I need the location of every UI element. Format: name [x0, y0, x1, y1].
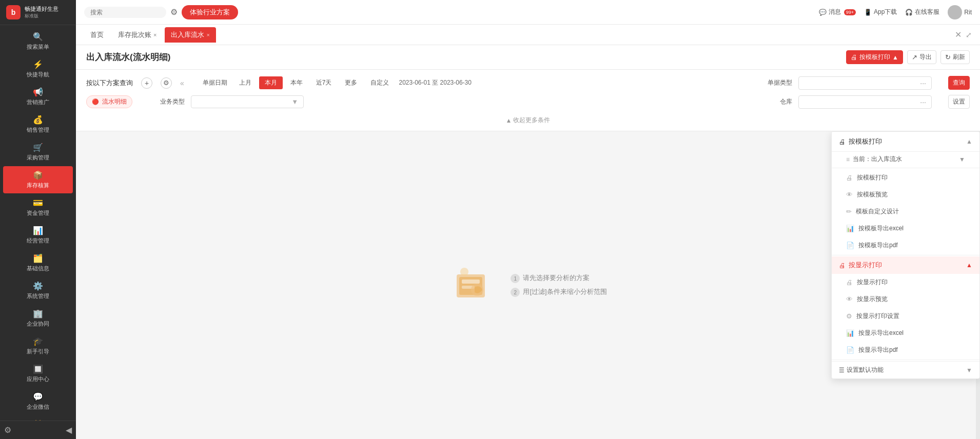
tabs-close-all-icon[interactable]: ✕: [955, 30, 962, 39]
dropdown-item-template-preview[interactable]: 👁 按模板预览: [832, 186, 979, 203]
gear-icon[interactable]: ⚙: [170, 7, 178, 17]
sidebar-item-enterprise[interactable]: 🏢 企业协同: [3, 305, 73, 332]
sidebar-item-quick-nav[interactable]: ⚡ 快捷导航: [3, 55, 73, 83]
warehouse-select[interactable]: ···: [798, 95, 932, 109]
sidebar-item-vip[interactable]: 👑 畅会员: [3, 415, 73, 421]
inventory-icon: 📦: [33, 170, 43, 180]
filter-add-button[interactable]: +: [141, 77, 152, 89]
template-print-button[interactable]: 🖨 按模板打印 ▲: [846, 50, 903, 64]
sidebar-item-guide[interactable]: 🎓 新手引导: [3, 332, 73, 360]
template-preview-item-label: 按模板预览: [857, 190, 888, 199]
sidebar-item-search[interactable]: 🔍 搜索菜单: [3, 28, 73, 55]
empty-state: 1 请先选择要分析的方案 2 用[过滤]条件来缩小分析范围: [511, 273, 606, 297]
print-icon-header: 🖨: [839, 138, 846, 146]
app-download-button[interactable]: 📱 App下载: [864, 8, 897, 16]
collapse-icon[interactable]: ◀: [66, 425, 72, 435]
export-button[interactable]: ↗ 导出: [907, 50, 936, 64]
design-icon: ✏: [846, 208, 852, 215]
filter-settings-button[interactable]: ⚙: [161, 77, 172, 89]
tab-flow-detail-close[interactable]: ×: [206, 32, 209, 38]
topbar-search-wrap[interactable]: [84, 7, 166, 18]
export-icon: ↗: [912, 53, 917, 61]
sidebar-item-finance[interactable]: 💳 资金管理: [3, 194, 73, 221]
chevron-up-small-icon: ▲: [506, 117, 512, 124]
current-icon: ≡: [846, 156, 850, 163]
date-tag-last-month[interactable]: 上月: [233, 76, 257, 89]
tab-home-label: 首页: [90, 30, 104, 39]
trial-button[interactable]: 体验行业方案: [182, 5, 238, 19]
display-section-header[interactable]: 🖨 按显示打印 ▲: [832, 256, 979, 274]
set-default-button[interactable]: ☰ 设置默认功能: [839, 366, 884, 374]
dropdown-item-template-export-pdf[interactable]: 📄 按模板导出pdf: [832, 237, 979, 254]
sidebar-item-label: 营销推广: [27, 98, 49, 106]
date-tag-custom[interactable]: 自定义: [365, 76, 395, 89]
date-controls: 上月 本月 本年 近7天 更多 自定义 2023-06-01 至 2023-06…: [233, 76, 472, 89]
date-tag-more[interactable]: 更多: [339, 76, 363, 89]
footer-chevron-icon[interactable]: ▼: [966, 367, 972, 374]
export-label: 导出: [919, 53, 932, 62]
display-section-title: 🖨 按显示打印: [839, 261, 882, 270]
display-print-icon: 🖨: [839, 262, 846, 269]
message-button[interactable]: 💬 消息 99+: [819, 8, 856, 16]
sidebar-item-apps[interactable]: 🔲 应用中心: [3, 360, 73, 387]
sidebar-item-basic[interactable]: 🗂️ 基础信息: [3, 249, 73, 276]
sidebar-item-marketing[interactable]: 📢 营销推广: [3, 83, 73, 110]
sidebar-item-purchase[interactable]: 🛒 采购管理: [3, 138, 73, 166]
filter-main-label: 按以下方案查询: [86, 78, 133, 88]
topbar-left: ⚙ 体验行业方案: [84, 5, 813, 19]
tabs-expand-icon[interactable]: ⤢: [966, 31, 972, 39]
hint-num-1: 1: [511, 274, 520, 283]
doc-type-select[interactable]: ···: [798, 76, 932, 90]
dropdown-item-template-custom[interactable]: ✏ 模板自定义设计: [832, 203, 979, 220]
date-tag-current-year[interactable]: 本年: [285, 76, 308, 89]
sidebar-item-label: 库存核算: [27, 182, 49, 189]
tab-batch-account[interactable]: 库存批次账 ×: [112, 27, 163, 43]
tab-home[interactable]: 首页: [84, 27, 110, 43]
query-button[interactable]: 查询: [948, 76, 970, 90]
printer-icon-2: 🖨: [846, 278, 853, 286]
business-type-select[interactable]: ▼: [191, 95, 304, 108]
sidebar: b 畅捷通好生意 标准版 🔍 搜索菜单 ⚡ 快捷导航 📢 营销推广 💰 销售管理…: [0, 0, 76, 439]
dropdown-item-display-export-pdf[interactable]: 📄 按显示导出pdf: [832, 342, 979, 358]
dropdown-item-display-export-excel[interactable]: 📊 按显示导出excel: [832, 325, 979, 342]
customer-service-label: 在线客服: [915, 8, 939, 16]
set-default-label: 设置默认功能: [847, 366, 884, 374]
sidebar-item-operations[interactable]: 📊 经营管理: [3, 222, 73, 249]
topbar: ⚙ 体验行业方案 💬 消息 99+ 📱 App下载 🎧 在线客服 Rit: [76, 0, 980, 25]
refresh-icon: ↻: [945, 53, 951, 61]
search-input[interactable]: [90, 9, 152, 16]
tab-batch-account-close[interactable]: ×: [153, 32, 156, 38]
dropdown-collapse-icon[interactable]: ▲: [966, 138, 972, 145]
template-print-label: 按模板打印: [859, 53, 890, 62]
tab-flow-detail[interactable]: 出入库流水 ×: [165, 27, 215, 43]
dropdown-item-display-preview[interactable]: 👁 按显示预览: [832, 291, 979, 308]
user-avatar-area[interactable]: Rit: [948, 5, 972, 19]
sidebar-item-label: 企业微信: [27, 403, 49, 411]
active-filter-tag: 🔴 流水明细: [86, 95, 132, 108]
sidebar-item-wechat[interactable]: 💬 企业微信: [3, 388, 73, 415]
tab-flow-detail-label: 出入库流水: [171, 30, 204, 39]
refresh-button[interactable]: ↻ 刷新: [940, 50, 970, 64]
message-badge: 99+: [844, 9, 856, 15]
default-icon: ☰: [839, 367, 845, 374]
printer-icon-1: 🖨: [846, 174, 853, 182]
customer-service-button[interactable]: 🎧 在线客服: [905, 8, 939, 16]
dropdown-item-template-print[interactable]: 🖨 按模板打印: [832, 169, 979, 186]
sidebar-item-label: 企业协同: [27, 320, 49, 328]
settings-icon[interactable]: ⚙: [4, 425, 11, 435]
date-tag-current-month[interactable]: 本月: [259, 76, 283, 89]
settings-button[interactable]: 设置: [948, 95, 970, 109]
sidebar-item-system[interactable]: ⚙️ 系统管理: [3, 277, 73, 304]
date-tag-last-7-days[interactable]: 近7天: [310, 76, 338, 89]
sidebar-item-inventory[interactable]: 📦 库存核算: [3, 166, 73, 193]
sidebar-nav: 🔍 搜索菜单 ⚡ 快捷导航 📢 营销推广 💰 销售管理 🛒 采购管理 📦 库存核…: [0, 25, 76, 421]
dropdown-item-template-export-excel[interactable]: 📊 按模板导出excel: [832, 220, 979, 237]
dropdown-item-display-print-settings[interactable]: ⚙ 按显示打印设置: [832, 308, 979, 325]
display-print-label: 按显示打印: [857, 278, 888, 287]
collapse-button[interactable]: ▲ 收起更多条件: [506, 116, 551, 125]
sidebar-item-sales[interactable]: 💰 销售管理: [3, 111, 73, 138]
current-chevron-icon[interactable]: ▼: [959, 156, 965, 163]
guide-icon: 🎓: [33, 336, 43, 346]
dropdown-item-display-print[interactable]: 🖨 按显示打印: [832, 274, 979, 291]
dropdown-current-selection: ≡ 当前：出入库流水 ▼: [832, 152, 979, 167]
